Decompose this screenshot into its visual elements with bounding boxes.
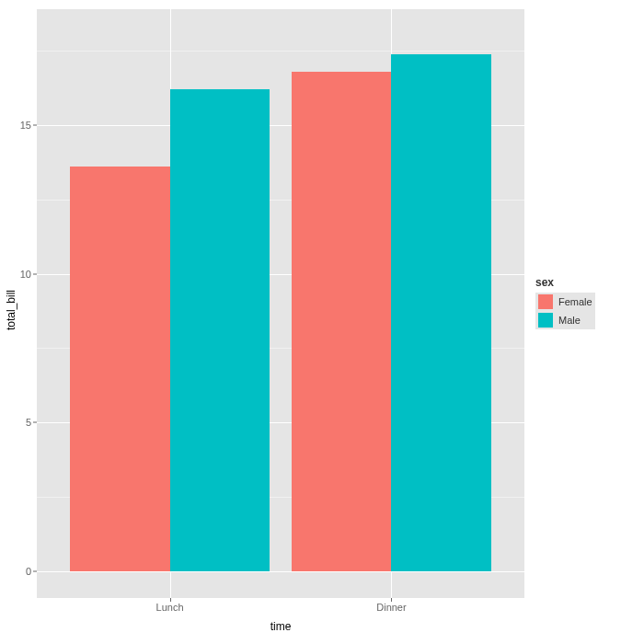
bar-lunch-male <box>170 89 270 571</box>
y-tick-label: 5 <box>4 417 31 428</box>
y-tick-label: 0 <box>4 566 31 577</box>
grid-line-horizontal-minor <box>37 51 524 52</box>
grouped-bar-chart: total_bill 0 5 10 15 Lunch Dinner time s… <box>0 0 644 644</box>
x-tick-label: Dinner <box>376 602 406 613</box>
legend: sex Female Male <box>535 276 595 329</box>
grid-line-horizontal <box>37 571 524 572</box>
x-tick-label: Lunch <box>156 602 184 613</box>
y-tick-label: 15 <box>4 120 31 131</box>
x-tick-mark <box>170 598 171 602</box>
legend-title: sex <box>535 276 595 289</box>
legend-item: Male <box>535 311 595 329</box>
plot-panel <box>37 9 524 598</box>
y-axis-label: total_bill <box>5 290 17 330</box>
bar-dinner-female <box>292 72 391 571</box>
legend-swatch-male <box>538 313 553 328</box>
legend-label: Female <box>558 296 592 307</box>
bar-dinner-male <box>391 54 490 571</box>
legend-label: Male <box>558 315 581 326</box>
bar-lunch-female <box>70 167 169 571</box>
y-tick-label: 10 <box>4 269 31 280</box>
x-tick-mark <box>391 598 392 602</box>
x-axis-label: time <box>37 620 524 633</box>
legend-item: Female <box>535 293 595 311</box>
legend-swatch-female <box>538 294 553 309</box>
